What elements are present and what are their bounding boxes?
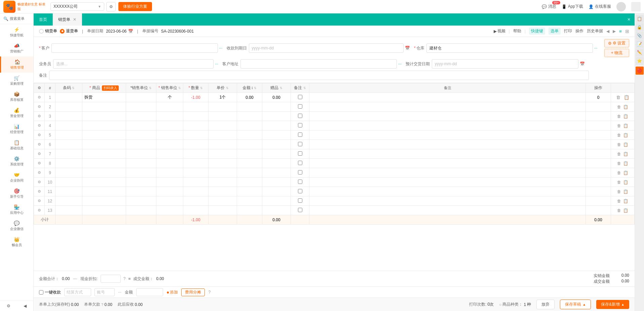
sidebar-collapse-icon[interactable]: ◀ bbox=[24, 304, 27, 308]
warehouse-ellipsis-icon[interactable]: ··· bbox=[593, 46, 599, 50]
customer-addr-input[interactable] bbox=[240, 59, 397, 69]
receive-date-calendar-icon[interactable]: 📅 bbox=[404, 46, 411, 50]
save-new-button[interactable]: 保存&新增 ▲ bbox=[596, 300, 629, 309]
gift-checkbox-3[interactable] bbox=[298, 114, 302, 118]
row-qty-1[interactable]: -1.00 bbox=[183, 93, 209, 102]
amount-input[interactable] bbox=[136, 288, 163, 296]
gift-checkbox-8[interactable] bbox=[298, 161, 302, 165]
sidebar-item-appstore[interactable]: 🏪 应用中心 bbox=[0, 202, 33, 218]
row-delete-icon-3[interactable]: 🗑 bbox=[617, 114, 621, 119]
th-gear[interactable]: ⚙ bbox=[34, 83, 45, 93]
row-copy-icon-11[interactable]: 📋 bbox=[623, 189, 628, 194]
tab-sales-order[interactable]: 销货单 ✕ bbox=[53, 13, 82, 26]
radio-return-order[interactable]: 退货单 bbox=[60, 28, 78, 34]
row-packqty-1[interactable]: 1个 bbox=[209, 93, 237, 102]
gift-checkbox-11[interactable] bbox=[298, 189, 302, 193]
customer-input[interactable] bbox=[51, 43, 218, 53]
delivery-action-button[interactable]: + 物流 bbox=[604, 49, 629, 57]
row-copy-icon-3[interactable]: 📋 bbox=[623, 114, 628, 119]
row-gear-1[interactable]: ⚙ bbox=[34, 93, 45, 102]
sidebar-item-basic[interactable]: 📋 基础信息 bbox=[0, 137, 33, 153]
account-no-input[interactable]: 账号 bbox=[94, 288, 115, 296]
nav-prev-icon[interactable]: ◀ bbox=[606, 29, 609, 34]
sidebar-item-member[interactable]: 👑 畅会员 bbox=[0, 234, 33, 250]
row-copy-icon-4[interactable]: 📋 bbox=[623, 123, 628, 128]
row-copy-icon-9[interactable]: 📋 bbox=[623, 170, 628, 175]
single-owe-info-icon[interactable]: ? bbox=[101, 303, 103, 307]
window-close-button[interactable]: ✕ bbox=[623, 13, 635, 26]
warehouse-input[interactable]: 建材仓 bbox=[426, 43, 593, 53]
discount-input[interactable] bbox=[101, 275, 121, 283]
sidebar-item-enterprise[interactable]: 🤝 企业协同 bbox=[0, 169, 33, 186]
settings-gear-icon[interactable]: ⚙ bbox=[106, 2, 116, 11]
receive-date-input[interactable]: yyyy-mm-dd bbox=[249, 43, 404, 53]
tab-home[interactable]: 首页 bbox=[34, 13, 53, 26]
float-btn-5[interactable]: ✏️ bbox=[636, 48, 644, 56]
sidebar-item-system[interactable]: ⚙️ 系统管理 bbox=[0, 153, 33, 169]
sidebar-item-sales[interactable]: 🏠 销售管理 bbox=[0, 56, 33, 73]
row-delete-icon-11[interactable]: 🗑 bbox=[617, 189, 621, 194]
sidebar-item-guide[interactable]: 🎯 新手引导 bbox=[0, 186, 33, 202]
gift-checkbox-10[interactable] bbox=[298, 180, 302, 184]
row-delete-icon-12[interactable]: 🗑 bbox=[617, 199, 621, 203]
abandon-button[interactable]: 放弃 bbox=[536, 300, 555, 309]
row-delete-icon-6[interactable]: 🗑 bbox=[617, 142, 621, 147]
float-btn-3[interactable]: 📎 bbox=[636, 32, 644, 40]
one-click-pay-cb[interactable] bbox=[39, 290, 43, 295]
row-note-1[interactable] bbox=[309, 93, 586, 102]
tab-close-icon[interactable]: ✕ bbox=[73, 17, 76, 22]
tool-print[interactable]: 打印 bbox=[564, 28, 572, 34]
salesperson-ellipsis-icon[interactable]: ··· bbox=[214, 62, 220, 66]
row-copy-icon-1[interactable]: 📋 bbox=[624, 95, 629, 100]
add-payment-button[interactable]: ● 添加 bbox=[166, 289, 178, 295]
sidebar-item-purchase[interactable]: 🛒 采购管理 bbox=[0, 73, 33, 89]
row-delete-icon-4[interactable]: 🗑 bbox=[617, 123, 621, 128]
row-copy-icon-10[interactable]: 📋 bbox=[623, 180, 628, 185]
salesperson-input[interactable]: 选择... bbox=[53, 59, 214, 69]
row-amount-1[interactable]: 0.00 bbox=[262, 93, 291, 102]
gift-checkbox-9[interactable] bbox=[298, 170, 302, 174]
tool-operations[interactable]: 操作 bbox=[575, 28, 583, 34]
expected-date-input[interactable]: yyyy-mm-dd bbox=[432, 59, 578, 69]
tool-shortcut[interactable]: 快捷键 bbox=[529, 28, 545, 35]
fee-split-button[interactable]: 费用分摊 bbox=[181, 288, 205, 296]
row-delete-icon-7[interactable]: 🗑 bbox=[617, 152, 621, 156]
account-ellipsis-icon[interactable]: ··· bbox=[118, 290, 121, 295]
row-unit-1[interactable]: 个 bbox=[156, 93, 183, 102]
payment-method-input[interactable]: 结算方式 bbox=[64, 288, 91, 296]
app-download-nav-item[interactable]: 📱 App下载 bbox=[562, 4, 583, 9]
view-grid-icon[interactable]: ⊞ bbox=[625, 29, 629, 34]
row-delete-icon-2[interactable]: 🗑 bbox=[617, 105, 621, 109]
price-info-icon[interactable]: ℹ bbox=[252, 86, 253, 90]
gift-checkbox-7[interactable] bbox=[298, 151, 302, 156]
sidebar-item-wechat[interactable]: 💬 企业微信 bbox=[0, 218, 33, 234]
row-copy-icon-2[interactable]: 📋 bbox=[623, 105, 628, 109]
row-copy-icon-7[interactable]: 📋 bbox=[623, 152, 628, 156]
table-scroll-area[interactable]: ⚙ # 条码 ⇅ * 商品 扫码录入 bbox=[34, 83, 635, 271]
avatar[interactable] bbox=[616, 2, 626, 11]
float-btn-6[interactable]: ⭐ bbox=[636, 57, 644, 65]
row-copy-icon-6[interactable]: 📋 bbox=[623, 142, 628, 147]
row-delete-icon-1[interactable]: 🗑 bbox=[616, 95, 620, 100]
row-copy-icon-13[interactable]: 📋 bbox=[623, 208, 628, 213]
sidebar-item-operation[interactable]: 📊 经营管理 bbox=[0, 121, 33, 137]
nav-next-icon[interactable]: ▶ bbox=[613, 29, 616, 34]
gift-checkbox-4[interactable] bbox=[298, 123, 302, 127]
sidebar-item-inventory[interactable]: 📦 库存核算 bbox=[0, 89, 33, 105]
row-product-1[interactable]: 拆货 bbox=[82, 93, 126, 102]
message-nav-item[interactable]: 💬 消息 99+ bbox=[542, 4, 556, 9]
date-calendar-icon[interactable]: 📅 bbox=[128, 29, 133, 34]
row-delete-icon-13[interactable]: 🗑 bbox=[617, 208, 621, 213]
sidebar-item-quick-nav[interactable]: ⚡ 快捷导航 bbox=[0, 24, 33, 40]
row-barcode-1[interactable] bbox=[55, 93, 82, 102]
gift-checkbox-1[interactable] bbox=[298, 95, 302, 99]
company-selector[interactable]: XXXXXX公司 ▼ bbox=[50, 2, 104, 11]
row-copy-icon-5[interactable]: 📋 bbox=[623, 133, 628, 138]
float-btn-2[interactable]: 🔒 bbox=[636, 23, 644, 31]
sidebar-item-finance[interactable]: 💰 资金管理 bbox=[0, 105, 33, 121]
gift-checkbox-5[interactable] bbox=[298, 132, 302, 137]
view-list-icon[interactable]: ≡ bbox=[619, 29, 622, 34]
user-menu-icon[interactable] bbox=[631, 2, 641, 11]
tool-select[interactable]: 选单 bbox=[548, 28, 561, 35]
settings-action-button[interactable]: ⚙ ⚙ 设置 bbox=[604, 39, 629, 47]
